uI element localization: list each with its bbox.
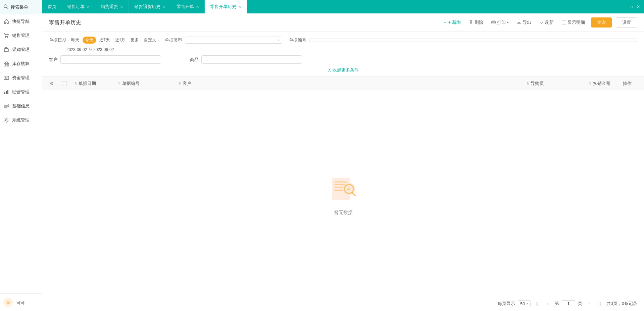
select-all-checkbox[interactable] <box>58 81 71 86</box>
refresh-label: 刷新 <box>545 19 554 25</box>
sidebar-search[interactable]: 搜索采单 <box>0 0 42 14</box>
display-detail-button[interactable]: 显示明细 <box>560 18 587 27</box>
sidebar-item-basic-info[interactable]: 基础信息 <box>0 99 42 113</box>
pagination: 每页显示 50 ▾ ⟨⟨ ＜ 第 页 ＞ ⟩⟩ 共0页，0条记录 <box>42 296 644 311</box>
collapse-button[interactable]: ∧ 收起更多条件 <box>49 67 637 73</box>
print-icon <box>491 20 496 25</box>
info-icon <box>3 103 9 109</box>
svg-rect-9 <box>4 92 5 94</box>
settings-gear-icon: ⚙ <box>50 81 54 86</box>
yesterday-btn[interactable]: 昨天 <box>69 37 81 44</box>
window-min-btn[interactable]: — <box>622 4 626 9</box>
date-shortcuts: 昨天 今天 近7天 近1月 更多 自定义 <box>69 37 158 44</box>
settings-button[interactable]: 设置 <box>616 17 637 28</box>
customer-filter-group: 客户 ... <box>49 55 183 64</box>
print-dropdown-icon: ▾ <box>507 21 509 24</box>
last7-btn[interactable]: 近7天 <box>97 37 112 44</box>
tab-label: 销货退货历史 <box>134 4 160 10</box>
table-area: ⚙ ⇅ 单据日期 ⇅ 单据编号 ⇅ 客户 ⇅ <box>42 77 644 311</box>
content-area: 零售开单历史 ＋ + 新增 删除 <box>42 13 644 311</box>
page-title: 零售开单历史 <box>49 19 81 26</box>
tab-sales-return[interactable]: 销货退货 ✕ <box>95 0 129 13</box>
finance-icon <box>3 75 9 81</box>
doc-type-select[interactable]: ▾ <box>185 37 282 44</box>
checkbox-icon <box>562 20 566 25</box>
tab-close-icon[interactable]: ✕ <box>196 5 199 9</box>
add-button[interactable]: ＋ + 新增 <box>441 18 463 27</box>
column-settings-btn[interactable]: ⚙ <box>46 81 58 86</box>
sidebar-item-sales-mgmt[interactable]: 销售管理 <box>0 29 42 43</box>
sidebar-collapse-arrow[interactable]: ◀◀ <box>15 298 25 307</box>
today-btn[interactable]: 今天 <box>83 37 96 44</box>
page-header: 零售开单历史 ＋ + 新增 删除 <box>42 13 644 32</box>
svg-point-2 <box>5 37 6 38</box>
custom-btn[interactable]: 自定义 <box>142 37 158 44</box>
customer-input[interactable]: ... <box>60 55 161 64</box>
sidebar-item-purchase-mgmt[interactable]: 采购管理 <box>0 43 42 57</box>
tab-retail-open[interactable]: 零售开单 ✕ <box>171 0 205 13</box>
product-dots: ... <box>204 57 208 62</box>
export-button[interactable]: 导出 <box>515 18 533 27</box>
sidebar-item-label: 销售管理 <box>12 33 30 39</box>
window-close-btn[interactable]: ✕ <box>637 4 640 9</box>
svg-rect-20 <box>334 184 345 185</box>
col-amount-label: 实销金额 <box>593 81 610 87</box>
tab-close-icon[interactable]: ✕ <box>162 5 165 9</box>
next-page-btn[interactable]: ＞ <box>585 300 593 308</box>
prev-page-btn[interactable]: ＜ <box>544 300 552 308</box>
more-btn[interactable]: 更多 <box>129 37 141 44</box>
per-page-select[interactable]: 50 ▾ <box>518 300 530 307</box>
tab-close-icon[interactable]: ✕ <box>238 5 241 9</box>
per-page-value: 50 <box>520 301 525 306</box>
sidebar-bottom: ⚙ ◀◀ <box>0 293 42 311</box>
sidebar-item-operations[interactable]: 经营管理 <box>0 85 42 99</box>
first-page-btn[interactable]: ⟨⟨ <box>533 300 541 308</box>
export-icon <box>517 20 521 25</box>
tab-close-icon[interactable]: ✕ <box>87 5 90 9</box>
per-page-dropdown-icon: ▾ <box>527 302 528 305</box>
tab-sales-return-history[interactable]: 销货退货历史 ✕ <box>129 0 171 13</box>
delete-button[interactable]: 删除 <box>467 18 485 27</box>
sidebar: 搜索采单 快捷导航 销售管理 采购管理 <box>0 0 42 311</box>
page-number-input[interactable] <box>562 300 575 307</box>
sidebar-item-label: 基础信息 <box>12 103 30 109</box>
sidebar-item-sys-mgmt[interactable]: 系统管理 <box>0 113 42 127</box>
last-month-btn[interactable]: 近1月 <box>113 37 128 44</box>
print-button[interactable]: 打印 ▾ <box>489 18 511 27</box>
svg-rect-11 <box>7 90 8 94</box>
svg-rect-22 <box>334 190 343 191</box>
col-op: 操作 <box>614 81 641 87</box>
trash-icon <box>469 20 473 25</box>
svg-rect-10 <box>6 91 7 94</box>
tab-close-icon[interactable]: ✕ <box>120 5 123 9</box>
home-icon <box>3 18 9 24</box>
export-label: 导出 <box>523 19 531 25</box>
cart-icon <box>3 33 9 39</box>
main-area: 首页 销售订单 ✕ 销货退货 ✕ 销货退货历史 ✕ 零售开单 ✕ 零售开单历史 … <box>42 0 644 311</box>
header-checkbox[interactable] <box>62 81 67 86</box>
product-input[interactable]: ... <box>201 55 302 64</box>
sort-icon: ⇅ <box>527 82 529 85</box>
col-customer-label: 客户 <box>183 81 191 87</box>
last-page-btn[interactable]: ⟩⟩ <box>596 300 604 308</box>
refresh-button[interactable]: 刷新 <box>537 18 556 27</box>
sidebar-item-inventory[interactable]: 库存核算 <box>0 57 42 71</box>
settings-bottom-icon[interactable]: ⚙ <box>3 298 13 307</box>
window-max-btn[interactable]: □ <box>630 4 633 9</box>
add-icon: ＋ <box>443 19 447 25</box>
query-button[interactable]: 查询 <box>591 17 612 28</box>
tab-sales-order[interactable]: 销售订单 ✕ <box>62 0 95 13</box>
doc-no-input[interactable] <box>309 39 637 42</box>
page-label-before: 第 <box>555 301 559 307</box>
tab-retail-history[interactable]: 零售开单历史 ✕ <box>205 0 247 13</box>
chevron-up-icon: ∧ <box>328 68 331 73</box>
tab-home[interactable]: 首页 <box>42 0 62 13</box>
sidebar-item-finance[interactable]: 资金管理 <box>0 71 42 85</box>
sidebar-item-quick-nav[interactable]: 快捷导航 <box>0 14 42 29</box>
filter-area: 单据日期 昨天 今天 近7天 近1月 更多 自定义 单据类型 ▾ <box>42 32 644 77</box>
tab-label: 零售开单 <box>177 4 194 10</box>
svg-rect-5 <box>4 63 9 66</box>
filter-row-1: 单据日期 昨天 今天 近7天 近1月 更多 自定义 单据类型 ▾ <box>49 37 637 44</box>
svg-point-15 <box>6 119 7 121</box>
col-guide-label: 导购员 <box>531 81 544 87</box>
